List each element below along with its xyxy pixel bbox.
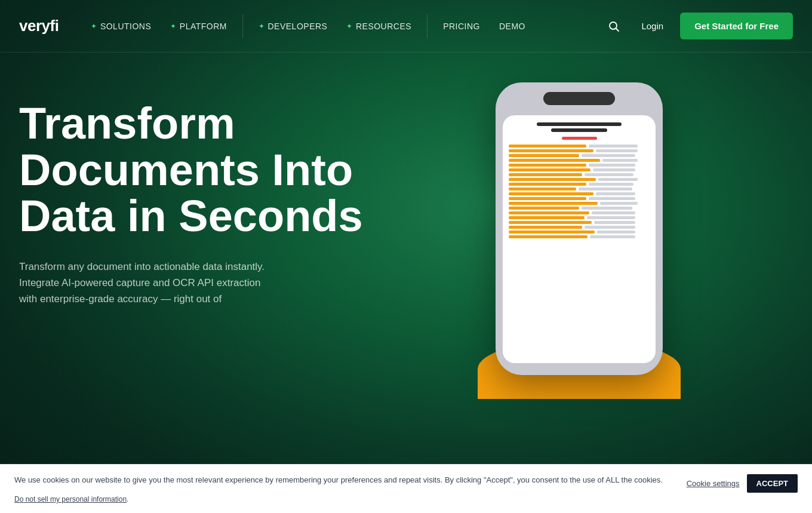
receipt-subtitle-line (551, 128, 607, 132)
nav-item-platform[interactable]: ✦ PLATFORM (162, 17, 235, 36)
nav-item-developers[interactable]: ✦ DEVELOPERS (250, 17, 336, 36)
spark-icon: ✦ (259, 22, 265, 30)
search-button[interactable] (603, 16, 625, 37)
receipt-price-line (562, 137, 597, 140)
spark-icon: ✦ (170, 22, 177, 30)
cookie-top: We use cookies on our website to give yo… (14, 474, 798, 493)
receipt-header (509, 122, 650, 140)
phone-outer (496, 82, 663, 375)
nav-right: Login Get Started for Free (603, 13, 793, 39)
hero-section: Transform Documents Into Data in Seconds… (0, 53, 812, 477)
logo[interactable]: veryfi (19, 17, 59, 35)
svg-line-1 (616, 28, 619, 31)
nav-separator-2 (427, 14, 427, 38)
spark-icon: ✦ (346, 22, 353, 30)
search-icon (608, 20, 620, 32)
nav-item-solutions[interactable]: ✦ SOLUTIONS (82, 17, 159, 36)
navbar: veryfi ✦ SOLUTIONS ✦ PLATFORM ✦ DEVELOPE… (0, 0, 812, 53)
login-button[interactable]: Login (634, 16, 670, 36)
get-started-button[interactable]: Get Started for Free (680, 13, 793, 39)
nav-item-demo[interactable]: DEMO (491, 17, 534, 36)
cookie-text: We use cookies on our website to give yo… (14, 474, 675, 486)
hero-title: Transform Documents Into Data in Seconds (19, 100, 365, 239)
cookie-bottom: Do not sell my personal information. (14, 495, 798, 503)
cookie-accept-button[interactable]: ACCEPT (747, 474, 798, 493)
nav-item-pricing[interactable]: PRICING (435, 17, 488, 36)
receipt-data-lines (509, 145, 650, 238)
phone-screen (503, 115, 656, 363)
hero-right (365, 88, 793, 375)
cookie-actions: Cookie settings ACCEPT (687, 474, 798, 493)
hero-subtitle: Transform any document into actionable d… (19, 259, 270, 308)
nav-separator (242, 14, 243, 38)
cookie-settings-button[interactable]: Cookie settings (687, 479, 740, 488)
nav-links: ✦ SOLUTIONS ✦ PLATFORM ✦ DEVELOPERS ✦ RE… (82, 14, 603, 38)
receipt-title-line (537, 122, 622, 126)
spark-icon: ✦ (91, 22, 97, 30)
cookie-banner: We use cookies on our website to give yo… (0, 464, 812, 513)
phone-illustration (496, 82, 663, 375)
do-not-sell-link[interactable]: Do not sell my personal information (14, 495, 127, 503)
nav-item-resources[interactable]: ✦ RESOURCES (338, 17, 420, 36)
dynamic-island (543, 92, 615, 105)
hero-left: Transform Documents Into Data in Seconds… (19, 88, 365, 308)
